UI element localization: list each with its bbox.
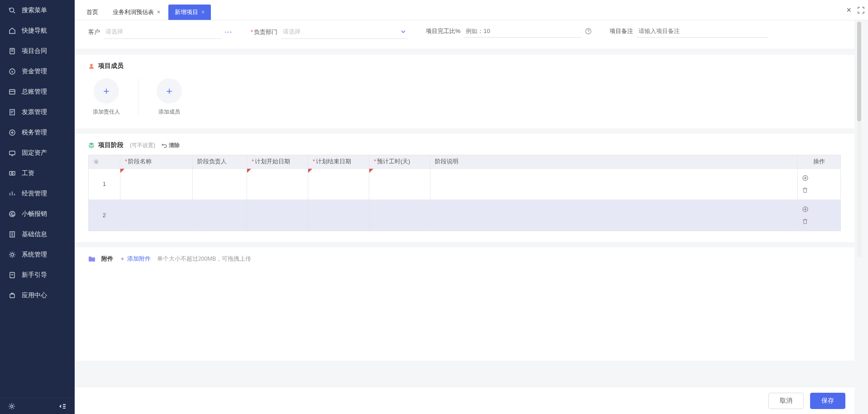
g-icon (8, 210, 16, 218)
add-owner-label: 添加责任人 (93, 108, 120, 116)
ledger-icon (8, 88, 16, 96)
collapse-icon[interactable] (58, 403, 67, 409)
sidebar-item-salary[interactable]: 工资 (0, 163, 75, 183)
field-label: 项目完工比% (426, 27, 461, 35)
col-ops: 操作 (798, 155, 841, 169)
members-row: ＋ 添加责任人 ＋ 添加成员 (88, 76, 841, 118)
svg-rect-25 (10, 294, 14, 298)
customer-select[interactable]: 请选择 (104, 25, 221, 39)
sidebar-item-ledger[interactable]: 总账管理 (0, 81, 75, 102)
add-row-icon[interactable] (802, 175, 836, 181)
folder-icon (88, 256, 95, 262)
sidebar-item-tax[interactable]: 税务管理 (0, 122, 75, 143)
cell-days[interactable] (369, 200, 430, 231)
tab-profit[interactable]: 业务利润预估表× (106, 5, 167, 20)
svg-rect-28 (63, 406, 66, 407)
delete-row-icon[interactable] (802, 187, 836, 193)
sidebar-item-asset[interactable]: 固定资产 (0, 143, 75, 163)
close-panel-icon[interactable]: × (846, 5, 851, 15)
guide-icon (8, 271, 16, 279)
svg-text:¥: ¥ (11, 70, 14, 74)
tab-home[interactable]: 首页 (80, 5, 105, 20)
field-remark: 项目备注 (610, 25, 768, 38)
fullscreen-icon[interactable] (858, 7, 864, 14)
sidebar-label: 税务管理 (22, 128, 47, 137)
add-owner-button[interactable]: ＋ 添加责任人 (93, 78, 120, 116)
scrollbar-thumb[interactable] (857, 22, 861, 121)
svg-point-23 (11, 253, 14, 256)
vertical-scrollbar[interactable] (857, 22, 861, 257)
cell-end[interactable] (308, 200, 369, 231)
row-index: 2 (89, 200, 120, 231)
cell-owner[interactable] (193, 169, 247, 200)
undo-icon (162, 143, 167, 148)
sidebar-item-contract[interactable]: 项目合同 (0, 41, 75, 61)
sidebar-item-fund[interactable]: ¥资金管理 (0, 61, 75, 81)
system-icon (8, 251, 16, 259)
tab-bar: 首页 业务利润预估表× 新增项目× × (75, 0, 868, 20)
optional-hint: (可不设置) (130, 142, 155, 149)
footer-bar: 取消 保存 (75, 387, 854, 414)
add-attachment-button[interactable]: ＋ 添加附件 (119, 255, 151, 263)
cell-desc[interactable] (430, 169, 798, 200)
tab-newproject[interactable]: 新增项目× (168, 5, 211, 20)
stage-table: *阶段名称 阶段负责人 *计划开始日期 *计划结束日期 *预计工时(天) 阶段说… (88, 155, 841, 231)
col-gear[interactable] (89, 155, 120, 169)
dept-select[interactable]: 请选择 (281, 25, 408, 39)
cell-owner[interactable] (193, 200, 247, 231)
sidebar-item-appcenter[interactable]: 应用中心 (0, 285, 75, 305)
app-icon (8, 291, 16, 300)
cell-ops (798, 200, 841, 231)
pct-input[interactable] (464, 25, 582, 38)
save-button[interactable]: 保存 (810, 393, 845, 409)
remark-input[interactable] (637, 25, 768, 38)
sidebar-item-quicknav[interactable]: 快捷导航 (0, 20, 75, 41)
svg-rect-29 (63, 408, 66, 409)
sidebar-label: 发票管理 (22, 108, 47, 116)
add-row-icon[interactable] (802, 206, 836, 212)
invoice-icon (8, 108, 16, 116)
close-icon[interactable]: × (157, 9, 160, 15)
cell-name[interactable] (120, 169, 193, 200)
table-header-row: *阶段名称 阶段负责人 *计划开始日期 *计划结束日期 *预计工时(天) 阶段说… (89, 155, 841, 169)
field-label: 客户 (88, 28, 100, 36)
clear-label: 清除 (169, 142, 180, 149)
tab-label: 业务利润预估表 (113, 8, 154, 16)
sidebar-item-search[interactable]: 搜索菜单 (0, 0, 75, 20)
money-icon: ¥ (8, 67, 16, 76)
sidebar-item-guide[interactable]: 新手引导 (0, 265, 75, 285)
sidebar-label: 新手引导 (22, 271, 47, 279)
clear-button[interactable]: 清除 (162, 142, 180, 149)
sidebar-item-baseinfo[interactable]: 基础信息 (0, 224, 75, 244)
title-text: 项目成员 (98, 62, 124, 70)
cancel-button[interactable]: 取消 (768, 393, 804, 409)
cell-start[interactable] (247, 200, 308, 231)
sidebar-item-reimburse[interactable]: 小畅报销 (0, 204, 75, 224)
cell-desc[interactable] (430, 200, 798, 231)
help-icon[interactable] (585, 28, 591, 34)
add-member-button[interactable]: ＋ 添加成员 (157, 78, 182, 116)
asset-icon (8, 149, 16, 157)
person-icon (88, 63, 95, 69)
close-icon[interactable]: × (201, 9, 205, 15)
delete-row-icon[interactable] (802, 219, 836, 224)
table-row: 2 (89, 200, 841, 231)
svg-rect-27 (63, 404, 66, 405)
cell-end[interactable] (308, 169, 369, 200)
sidebar-label: 基础信息 (22, 230, 47, 238)
search-icon (8, 6, 16, 14)
sidebar-item-invoice[interactable]: 发票管理 (0, 102, 75, 122)
cell-start[interactable] (247, 169, 308, 200)
sidebar-label: 固定资产 (22, 149, 47, 157)
settings-icon[interactable] (8, 403, 15, 410)
cell-days[interactable] (369, 169, 430, 200)
sidebar-label: 总账管理 (22, 88, 47, 96)
field-dept: *负责部门 请选择 (251, 25, 408, 39)
sidebar-item-system[interactable]: 系统管理 (0, 244, 75, 265)
svg-rect-16 (10, 171, 15, 175)
cell-name[interactable] (120, 200, 193, 231)
sidebar-item-operate[interactable]: 经营管理 (0, 183, 75, 204)
tab-label: 新增项目 (175, 8, 198, 16)
more-icon[interactable]: ··· (225, 29, 233, 35)
divider (138, 78, 138, 116)
